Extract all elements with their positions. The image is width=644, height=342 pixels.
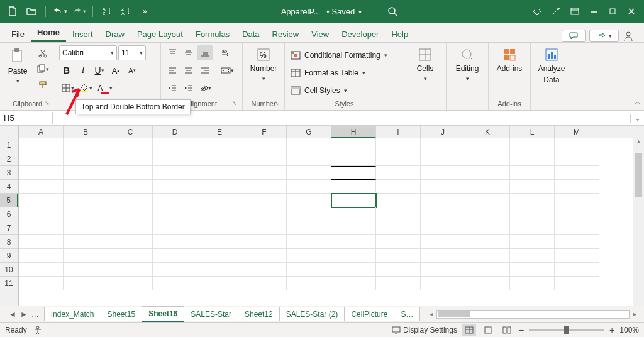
display-settings[interactable]: Display Settings bbox=[392, 326, 457, 334]
orientation-icon[interactable]: ab▾ bbox=[197, 80, 213, 96]
tab-formulas[interactable]: Formulas bbox=[189, 26, 236, 42]
tab-insert[interactable]: Insert bbox=[66, 26, 99, 42]
col-L[interactable]: L bbox=[510, 126, 555, 138]
sheet-tab[interactable]: SALES-Star (2) bbox=[279, 307, 345, 321]
align-left-icon[interactable] bbox=[165, 63, 180, 78]
cut-icon[interactable] bbox=[34, 45, 51, 60]
font-size-combo[interactable]: 11▾ bbox=[118, 45, 146, 60]
accessibility-icon[interactable] bbox=[33, 326, 42, 334]
col-B[interactable]: B bbox=[64, 126, 108, 138]
col-A[interactable]: A bbox=[19, 126, 64, 138]
row-6[interactable]: 6 bbox=[0, 207, 18, 221]
sheet-tab[interactable]: Sheet12 bbox=[238, 307, 280, 321]
normal-view-icon[interactable] bbox=[462, 324, 476, 336]
paste-button[interactable]: Paste ▾ bbox=[4, 45, 31, 87]
underline-button[interactable]: U▾ bbox=[92, 63, 107, 78]
page-layout-view-icon[interactable] bbox=[481, 324, 495, 336]
zoom-out-icon[interactable]: − bbox=[519, 325, 524, 335]
sheet-tab[interactable]: S… bbox=[394, 307, 420, 321]
minimize-icon[interactable] bbox=[585, 3, 602, 20]
name-box[interactable]: H5 bbox=[0, 112, 53, 124]
merge-center-button[interactable]: ▾ bbox=[219, 63, 236, 78]
vertical-scrollbar[interactable]: ▲ bbox=[633, 138, 644, 306]
tab-file[interactable]: File bbox=[5, 26, 31, 42]
row-2[interactable]: 2 bbox=[0, 152, 18, 166]
col-M[interactable]: M bbox=[555, 126, 599, 138]
align-top-icon[interactable] bbox=[165, 45, 180, 60]
zoom-level[interactable]: 100% bbox=[619, 326, 639, 334]
row-1[interactable]: 1 bbox=[0, 138, 18, 152]
formula-input[interactable] bbox=[53, 117, 630, 119]
col-H[interactable]: H bbox=[331, 126, 376, 138]
font-color-button[interactable]: A▾ bbox=[96, 80, 114, 96]
shrink-font-icon[interactable]: A▾ bbox=[125, 63, 140, 78]
new-file-icon[interactable] bbox=[4, 3, 21, 20]
format-as-table-button[interactable]: Format as Table▾ bbox=[289, 65, 400, 80]
align-middle-icon[interactable] bbox=[181, 45, 196, 60]
tab-developer[interactable]: Developer bbox=[335, 26, 385, 42]
saved-label[interactable]: • Saved bbox=[326, 7, 355, 16]
col-J[interactable]: J bbox=[421, 126, 465, 138]
tab-home[interactable]: Home bbox=[31, 24, 66, 42]
undo-icon[interactable]: ▾ bbox=[51, 3, 69, 20]
col-F[interactable]: F bbox=[242, 126, 287, 138]
tab-page-layout[interactable]: Page Layout bbox=[131, 26, 189, 42]
format-painter-icon[interactable] bbox=[34, 78, 51, 93]
row-8[interactable]: 8 bbox=[0, 235, 18, 249]
comments-button[interactable] bbox=[562, 30, 586, 42]
col-C[interactable]: C bbox=[108, 126, 153, 138]
sort-desc-icon[interactable]: ZA bbox=[117, 3, 135, 20]
row-5[interactable]: 5 bbox=[0, 194, 18, 207]
col-E[interactable]: E bbox=[197, 126, 242, 138]
page-break-view-icon[interactable] bbox=[500, 324, 514, 336]
tab-draw[interactable]: Draw bbox=[99, 26, 131, 42]
sheet-nav-prev[interactable]: ◄ bbox=[9, 310, 16, 319]
decrease-indent-icon[interactable] bbox=[165, 80, 180, 96]
open-file-icon[interactable] bbox=[23, 3, 40, 20]
number-format-button[interactable]: % Number▾ bbox=[247, 45, 280, 84]
col-I[interactable]: I bbox=[376, 126, 421, 138]
wrap-text-button[interactable]: ab bbox=[219, 45, 234, 60]
sheet-tab-active[interactable]: Sheet16 bbox=[142, 306, 184, 322]
row-3[interactable]: 3 bbox=[0, 166, 18, 180]
expand-formula-bar-icon[interactable]: ⌄ bbox=[630, 114, 644, 123]
align-right-icon[interactable] bbox=[197, 63, 213, 78]
select-all-corner[interactable] bbox=[0, 126, 19, 138]
sheet-tab[interactable]: Sheet15 bbox=[101, 307, 143, 321]
share-button[interactable]: ▾ bbox=[589, 30, 619, 42]
wand-icon[interactable] bbox=[547, 3, 565, 20]
collapse-ribbon-icon[interactable]: ︿ bbox=[634, 97, 641, 108]
sheet-tab[interactable]: CellPicture bbox=[344, 307, 394, 321]
sheet-tab[interactable]: SALES-Star bbox=[184, 307, 238, 321]
sort-asc-icon[interactable]: AZ bbox=[98, 3, 116, 20]
copy-icon[interactable]: ▾ bbox=[34, 62, 51, 77]
bold-button[interactable]: B bbox=[59, 63, 74, 78]
col-K[interactable]: K bbox=[465, 126, 510, 138]
cells-area[interactable] bbox=[19, 138, 644, 306]
maximize-icon[interactable] bbox=[604, 3, 621, 20]
tab-review[interactable]: Review bbox=[266, 26, 306, 42]
tab-view[interactable]: View bbox=[305, 26, 335, 42]
align-center-icon[interactable] bbox=[181, 63, 196, 78]
tab-help[interactable]: Help bbox=[385, 26, 414, 42]
sheet-nav-next[interactable]: ► bbox=[20, 310, 28, 319]
account-icon[interactable] bbox=[623, 30, 639, 41]
grow-font-icon[interactable]: A▴ bbox=[108, 63, 123, 78]
row-7[interactable]: 7 bbox=[0, 221, 18, 235]
row-10[interactable]: 10 bbox=[0, 263, 18, 277]
editing-button[interactable]: Editing▾ bbox=[450, 45, 484, 84]
row-9[interactable]: 9 bbox=[0, 249, 18, 263]
increase-indent-icon[interactable] bbox=[181, 80, 196, 96]
tab-data[interactable]: Data bbox=[236, 26, 265, 42]
sheet-tab[interactable]: Index_Match bbox=[44, 307, 101, 321]
analyze-data-button[interactable]: AnalyzeData bbox=[535, 45, 569, 87]
col-G[interactable]: G bbox=[287, 126, 331, 138]
redo-icon[interactable]: ▾ bbox=[70, 3, 87, 20]
sheet-nav-more[interactable]: … bbox=[31, 310, 39, 319]
font-name-combo[interactable]: Calibri▾ bbox=[59, 45, 117, 60]
cell-styles-button[interactable]: Cell Styles▾ bbox=[289, 83, 400, 98]
search-icon[interactable] bbox=[384, 3, 401, 19]
addins-button[interactable]: Add-ins bbox=[492, 45, 526, 75]
close-icon[interactable] bbox=[623, 3, 640, 20]
align-bottom-icon[interactable] bbox=[197, 45, 213, 60]
